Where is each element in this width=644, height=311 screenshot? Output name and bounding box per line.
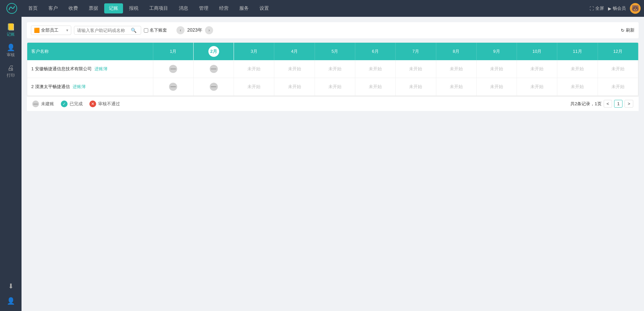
sidebar: 📒 记账 👤 审核 🖨 打印 ⬇ 👤 (0, 17, 22, 311)
month-cell-r1-m11[interactable]: 未开始 (598, 78, 638, 96)
accountset-checkbox-label[interactable]: 名下账套 (144, 27, 167, 33)
row-num: 1 (31, 66, 34, 71)
active-month-circle: 2月 (208, 46, 219, 57)
nav-management[interactable]: 管理 (194, 3, 213, 13)
customer-name: 安徽畅捷通信息技术有限公司 (35, 66, 92, 71)
month-cell-r0-m7[interactable]: 未开始 (436, 60, 476, 78)
nav-menu: 首页 客户 收费 票据 记账 报税 工商项目 消息 管理 经营 服务 设置 (24, 3, 590, 13)
sidebar-item-user[interactable]: 👤 (7, 294, 15, 308)
accountset-checkbox[interactable] (144, 28, 148, 33)
month-cell-r1-m7[interactable]: 未开始 (436, 78, 476, 96)
th-month-6: 6月 (355, 43, 396, 60)
month-cell-r1-m6[interactable]: 未开始 (396, 78, 436, 96)
nav-tax[interactable]: 报税 (124, 3, 143, 13)
month-cell-r0-m6[interactable]: 未开始 (396, 60, 436, 78)
status-not-started: 未开始 (450, 84, 463, 89)
next-year-button[interactable]: › (205, 26, 213, 34)
vip-label: 畅会员 (613, 5, 626, 11)
month-cell-r0-m1[interactable]: — (193, 60, 234, 78)
nav-settings[interactable]: 设置 (255, 3, 274, 13)
print-icon: 🖨 (7, 65, 14, 71)
legend-rejected: ✕ 审核不通过 (89, 101, 120, 107)
month-cell-r1-m0[interactable]: — (153, 78, 193, 96)
status-not-started: 未开始 (369, 66, 382, 71)
sidebar-item-print[interactable]: 🖨 打印 (0, 61, 22, 82)
search-icon[interactable]: 🔍 (131, 28, 136, 33)
sidebar-item-review[interactable]: 👤 审核 (0, 41, 22, 61)
month-cell-r0-m0[interactable]: — (153, 60, 193, 78)
th-month-9: 9月 (476, 43, 517, 60)
month-cell-r0-m4[interactable]: 未开始 (315, 60, 355, 78)
prev-year-button[interactable]: ‹ (176, 26, 185, 34)
month-cell-r0-m11[interactable]: 未开始 (598, 60, 638, 78)
nav-bookkeeping[interactable]: 记账 (104, 3, 123, 13)
legend-check-icon: ✓ (61, 101, 68, 107)
sidebar-print-label: 打印 (7, 73, 15, 78)
month-cell-r1-m3[interactable]: 未开始 (274, 78, 315, 96)
next-page-button[interactable]: > (625, 100, 633, 108)
th-month-12: 12月 (598, 43, 638, 60)
status-not-started: 未开始 (369, 84, 382, 89)
month-cell-r0-m9[interactable]: 未开始 (517, 60, 557, 78)
nav-invoices[interactable]: 票据 (84, 3, 103, 13)
employee-select[interactable]: 🟧 全部员工 ▾ (31, 26, 71, 35)
sidebar-bookkeeping-label: 记账 (7, 32, 15, 37)
sidebar-item-download[interactable]: ⬇ (7, 279, 15, 293)
month-cell-r1-m9[interactable]: 未开始 (517, 78, 557, 96)
month-cell-r1-m5[interactable]: 未开始 (355, 78, 396, 96)
avatar[interactable]: 🐻 (630, 3, 641, 14)
search-input[interactable] (77, 28, 131, 33)
nav-service[interactable]: 服务 (235, 3, 253, 13)
refresh-button[interactable]: ↻ 刷新 (621, 27, 635, 33)
th-customer: 客户名称 (27, 43, 153, 60)
status-dash-icon: — (169, 83, 177, 91)
month-cell-r0-m3[interactable]: 未开始 (274, 60, 315, 78)
status-not-started: 未开始 (328, 66, 341, 71)
month-cell-r0-m5[interactable]: 未开始 (355, 60, 396, 78)
legend-not-created: — 未建账 (32, 101, 54, 107)
legend-not-created-label: 未建账 (41, 101, 54, 107)
nav-billing[interactable]: 收费 (64, 3, 83, 13)
status-not-started: 未开始 (611, 84, 625, 89)
enter-ledger-link[interactable]: 进账簿 (94, 66, 108, 71)
month-cell-r1-m2[interactable]: 未开始 (234, 78, 274, 96)
nav-business[interactable]: 工商项目 (145, 3, 173, 13)
month-cell-r1-m1[interactable]: — (193, 78, 234, 96)
th-month-4: 4月 (274, 43, 315, 60)
month-cell-r0-m2[interactable]: 未开始 (234, 60, 274, 78)
nav-messages[interactable]: 消息 (174, 3, 193, 13)
sidebar-item-bookkeeping[interactable]: 📒 记账 (0, 20, 22, 41)
top-navigation: 首页 客户 收费 票据 记账 报税 工商项目 消息 管理 经营 服务 设置 ⛶ … (0, 0, 644, 17)
month-cell-r1-m4[interactable]: 未开始 (315, 78, 355, 96)
fullscreen-button[interactable]: ⛶ 全屏 (590, 5, 604, 11)
footer: — 未建账 ✓ 已完成 ✕ 审核不通过 共2条记录，1页 < 1 > (27, 96, 639, 111)
status-not-started: 未开始 (571, 84, 584, 89)
status-not-started: 未开始 (409, 66, 422, 71)
month-cell-r1-m8[interactable]: 未开始 (476, 78, 517, 96)
refresh-icon: ↻ (621, 28, 625, 33)
month-cell-r0-m10[interactable]: 未开始 (557, 60, 598, 78)
nav-customers[interactable]: 客户 (44, 3, 63, 13)
nav-operations[interactable]: 经营 (214, 3, 233, 13)
prev-page-button[interactable]: < (604, 100, 612, 108)
bookkeeping-icon: 📒 (7, 24, 15, 30)
nav-home[interactable]: 首页 (24, 3, 42, 13)
th-month-5: 5月 (315, 43, 355, 60)
legend-rejected-label: 审核不通过 (98, 101, 120, 107)
month-cell-r1-m10[interactable]: 未开始 (557, 78, 598, 96)
toolbar: 🟧 全部员工 ▾ 🔍 名下账套 ‹ 2023年 › ↻ 刷新 (27, 22, 639, 38)
legend-completed: ✓ 已完成 (61, 101, 83, 107)
month-cell-r0-m8[interactable]: 未开始 (476, 60, 517, 78)
download-icon: ⬇ (8, 283, 14, 289)
dropdown-arrow-icon: ▾ (66, 28, 68, 33)
th-month-11: 11月 (557, 43, 598, 60)
total-records: 共2条记录，1页 (570, 101, 601, 107)
status-not-started: 未开始 (530, 66, 544, 71)
vip-button[interactable]: ▶ 畅会员 (608, 5, 626, 11)
search-wrap: 🔍 (74, 26, 141, 35)
th-month-1: 1月 (153, 43, 193, 60)
top-right-actions: ⛶ 全屏 ▶ 畅会员 🐻 (590, 3, 641, 14)
vip-icon: ▶ (608, 6, 611, 11)
status-not-started: 未开始 (611, 66, 625, 71)
enter-ledger-link[interactable]: 进账簿 (73, 84, 86, 89)
